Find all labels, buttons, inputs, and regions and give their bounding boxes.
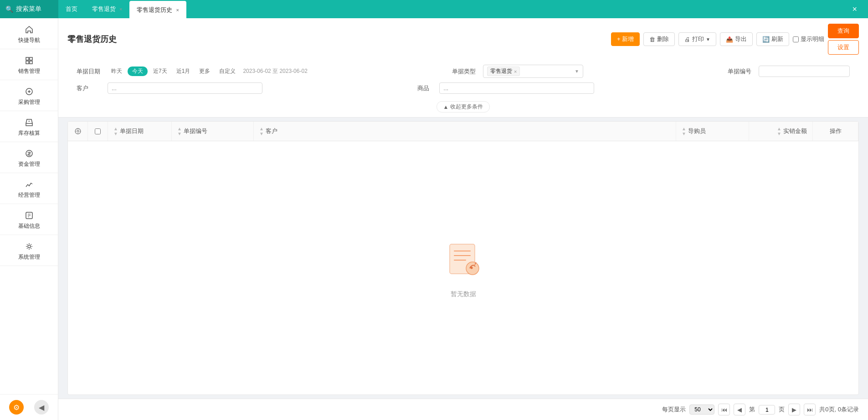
operations-icon bbox=[24, 179, 34, 190]
new-button[interactable]: + 新增 bbox=[611, 32, 640, 46]
doc-type-select[interactable]: 零售退货 × ▼ bbox=[483, 65, 583, 78]
print-dropdown-icon: ▼ bbox=[706, 37, 710, 42]
sales-icon bbox=[24, 56, 34, 66]
sidebar-label-quick-nav: 快捷导航 bbox=[18, 36, 40, 44]
page-next-btn[interactable]: ▶ bbox=[788, 404, 800, 415]
page-first-btn[interactable]: ⏮ bbox=[718, 404, 730, 415]
app-close-button[interactable]: × bbox=[848, 5, 861, 14]
svg-point-10 bbox=[77, 130, 79, 132]
th-checkbox[interactable] bbox=[88, 122, 108, 141]
doc-number-input[interactable] bbox=[759, 66, 850, 77]
svg-rect-2 bbox=[26, 61, 29, 64]
sidebar-bottom: ⚙ ◀ bbox=[0, 394, 58, 420]
doc-type-label: 单据类型 bbox=[452, 67, 479, 76]
svg-point-13 bbox=[470, 267, 473, 269]
page-last-btn[interactable]: ⏭ bbox=[804, 404, 816, 415]
svg-rect-3 bbox=[30, 61, 32, 64]
purchase-icon bbox=[24, 87, 34, 97]
sidebar-item-sales[interactable]: 销售管理 bbox=[0, 49, 58, 80]
per-page-label: 每页显示 bbox=[662, 405, 686, 414]
home-icon bbox=[24, 25, 34, 35]
show-detail-checkbox[interactable]: 显示明细 bbox=[793, 35, 824, 43]
th-doc-date[interactable]: ▲▼ 单据日期 bbox=[108, 122, 172, 141]
export-button[interactable]: 📤 导出 bbox=[720, 32, 753, 46]
doc-type-tag-text: 零售退货 bbox=[490, 67, 512, 75]
sidebar-item-operations[interactable]: 经营管理 bbox=[0, 173, 58, 204]
per-page-select[interactable]: 50 10 20 100 bbox=[689, 405, 714, 415]
refresh-icon: 🔄 bbox=[762, 36, 770, 43]
svg-rect-1 bbox=[30, 57, 32, 60]
content-area: 零售退货历史 + 新增 🗑 删除 🖨 打印 ▼ 📤 导出 bbox=[58, 18, 868, 420]
collapse-icon: ▲ bbox=[443, 104, 449, 110]
setting-button[interactable]: 设置 bbox=[828, 40, 859, 55]
tab-retail-return[interactable]: 零售退货 × bbox=[85, 0, 129, 18]
date-7days[interactable]: 近7天 bbox=[149, 67, 171, 76]
goods-input[interactable] bbox=[439, 82, 594, 94]
basic-info-icon bbox=[24, 210, 34, 220]
th-settings[interactable] bbox=[68, 122, 88, 141]
sidebar-label-finance: 资金管理 bbox=[18, 160, 40, 168]
collapse-sidebar-btn[interactable]: ◀ bbox=[34, 400, 49, 415]
query-button[interactable]: 查询 bbox=[828, 24, 859, 38]
empty-state: 暂无数据 bbox=[68, 141, 858, 394]
date-1month[interactable]: 近1月 bbox=[173, 67, 194, 76]
tab-retail-return-history-close[interactable]: × bbox=[176, 7, 179, 13]
sidebar-item-quick-nav[interactable]: 快捷导航 bbox=[0, 18, 58, 49]
date-today[interactable]: 今天 bbox=[128, 67, 148, 76]
top-bar-right: × bbox=[848, 5, 868, 14]
doc-type-tag[interactable]: 零售退货 × bbox=[487, 67, 520, 76]
sidebar-label-purchase: 采购管理 bbox=[18, 98, 40, 106]
tab-retail-return-history-label: 零售退货历史 bbox=[137, 6, 172, 14]
doc-number-label: 单据编号 bbox=[728, 67, 755, 76]
sidebar-item-finance[interactable]: 资金管理 bbox=[0, 142, 58, 173]
filter-area: 单据日期 昨天 今天 近7天 近1月 更多 自定义 2023-06-02 至 2… bbox=[67, 60, 859, 117]
page-title-row: 零售退货历史 + 新增 🗑 删除 🖨 打印 ▼ 📤 导出 bbox=[67, 24, 859, 55]
sidebar: 快捷导航 销售管理 采购管理 bbox=[0, 18, 58, 420]
print-icon: 🖨 bbox=[684, 36, 690, 43]
sidebar-item-basic-info[interactable]: 基础信息 bbox=[0, 204, 58, 235]
th-customer[interactable]: ▲▼ 客户 bbox=[254, 122, 676, 141]
system-icon bbox=[24, 241, 34, 251]
tab-home[interactable]: 首页 bbox=[58, 0, 85, 18]
sidebar-label-inventory: 库存核算 bbox=[18, 129, 40, 137]
table-header: ▲▼ 单据日期 ▲▼ 单据编号 ▲▼ 客户 ▲▼ 导购员 ▲▼ 实销金额 bbox=[68, 122, 858, 141]
th-guide[interactable]: ▲▼ 导购员 bbox=[676, 122, 749, 141]
search-menu[interactable]: 🔍 搜索菜单 bbox=[0, 0, 58, 18]
collapse-button[interactable]: ▲ 收起更多条件 bbox=[437, 101, 490, 113]
date-more[interactable]: 更多 bbox=[195, 67, 214, 76]
page-prev-btn[interactable]: ◀ bbox=[734, 404, 745, 415]
search-label: 搜索菜单 bbox=[16, 5, 41, 13]
svg-point-8 bbox=[28, 245, 31, 248]
pagination-bar: 每页显示 50 10 20 100 ⏮ ◀ 第 页 ▶ ⏭ 共0页, 0条记录 bbox=[58, 399, 868, 420]
show-detail-input[interactable] bbox=[793, 36, 799, 42]
th-doc-number[interactable]: ▲▼ 单据编号 bbox=[172, 122, 254, 141]
toolbar: + 新增 🗑 删除 🖨 打印 ▼ 📤 导出 🔄 bbox=[611, 24, 859, 55]
tab-retail-return-history[interactable]: 零售退货历史 × bbox=[129, 1, 186, 19]
date-range-display: 2023-06-02 至 2023-06-02 bbox=[243, 67, 307, 75]
export-icon: 📤 bbox=[726, 36, 733, 43]
tab-retail-return-label: 零售退货 bbox=[92, 5, 116, 13]
tab-retail-return-close[interactable]: × bbox=[119, 6, 122, 12]
filter-row-1: 单据日期 昨天 今天 近7天 近1月 更多 自定义 2023-06-02 至 2… bbox=[77, 65, 850, 78]
date-custom[interactable]: 自定义 bbox=[216, 67, 239, 76]
top-bar: 🔍 搜索菜单 首页 零售退货 × 零售退货历史 × × bbox=[0, 0, 868, 18]
tab-home-label: 首页 bbox=[66, 5, 77, 13]
search-icon: 🔍 bbox=[5, 5, 13, 13]
doc-type-tag-remove[interactable]: × bbox=[514, 69, 517, 74]
sidebar-item-inventory[interactable]: 库存核算 bbox=[0, 111, 58, 142]
print-button[interactable]: 🖨 打印 ▼ bbox=[678, 32, 716, 46]
settings-icon-btn[interactable]: ⚙ bbox=[9, 400, 24, 415]
date-filter-label: 单据日期 bbox=[77, 67, 104, 76]
date-yesterday[interactable]: 昨天 bbox=[108, 67, 126, 76]
collapse-label: 收起更多条件 bbox=[450, 103, 483, 111]
customer-input[interactable] bbox=[108, 82, 262, 94]
sidebar-item-purchase[interactable]: 采购管理 bbox=[0, 80, 58, 111]
sidebar-label-system: 系统管理 bbox=[18, 253, 40, 261]
sidebar-item-system[interactable]: 系统管理 bbox=[0, 235, 58, 266]
delete-button[interactable]: 🗑 删除 bbox=[643, 32, 675, 46]
page-input[interactable] bbox=[759, 405, 775, 415]
th-amount[interactable]: ▲▼ 实销金额 bbox=[749, 122, 813, 141]
select-all-checkbox[interactable] bbox=[95, 128, 101, 134]
refresh-button[interactable]: 🔄 刷新 bbox=[756, 32, 789, 46]
th-operation: 操作 bbox=[813, 122, 858, 141]
